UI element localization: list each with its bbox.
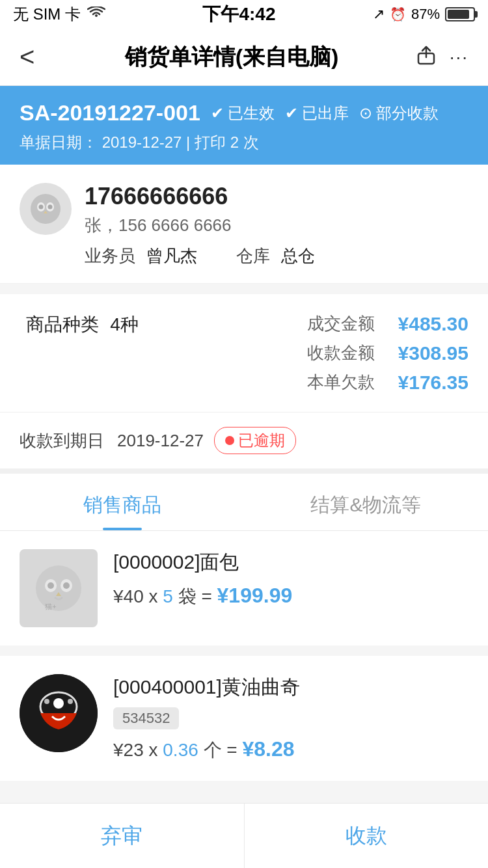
status-right: ↗ ⏰ 87% [373, 6, 475, 23]
svg-point-11 [47, 582, 54, 589]
nav-icons: ··· [416, 44, 468, 70]
back-button[interactable]: < [20, 42, 47, 72]
svg-point-6 [48, 205, 53, 210]
customer-section: 17666666666 张，156 6666 6666 业务员 曾凡杰 仓库 总… [0, 165, 488, 284]
due-section: 收款到期日 2019-12-27 已逾期 [0, 413, 488, 474]
nav-bar: < 销货单详情(来自电脑) ··· [0, 29, 488, 86]
warehouse-meta: 仓库 总仓 [236, 245, 315, 267]
location-icon: ↗ [373, 6, 385, 23]
header-band-top: SA-20191227-001 ✔ 已生效 ✔ 已出库 ⊙ 部分收款 [20, 100, 468, 126]
carrier-label: 无 SIM 卡 [13, 4, 81, 25]
product-name-1: [0000002]面包 [113, 549, 468, 576]
customer-meta: 业务员 曾凡杰 仓库 总仓 [85, 245, 468, 267]
overdue-badge: 已逾期 [214, 427, 296, 454]
bottom-bar: 弃审 收款 [0, 803, 488, 868]
tab-settlement[interactable]: 结算&物流等 [244, 474, 488, 530]
more-icon[interactable]: ··· [450, 47, 468, 68]
status-left: 无 SIM 卡 [13, 4, 105, 25]
confirm-button[interactable]: 收款 [245, 804, 489, 868]
header-band-bottom: 单据日期： 2019-12-27 | 打印 2 次 [20, 132, 468, 153]
svg-point-5 [39, 205, 44, 210]
svg-point-8 [36, 565, 81, 611]
customer-info: 17666666666 张，156 6666 6666 业务员 曾凡杰 仓库 总… [85, 183, 468, 267]
product-item-1: 猫+ [0000002]面包 ¥40 x 5 袋 = ¥199.99 [0, 531, 488, 645]
order-number: SA-20191227-001 [20, 100, 200, 126]
product-sku-2: 534532 [113, 707, 179, 729]
product-list: 猫+ [0000002]面包 ¥40 x 5 袋 = ¥199.99 [0, 531, 488, 781]
check-icon-2: ✔ [285, 104, 298, 122]
product-item-2: [000400001]黄油曲奇 534532 ¥23 x 0.36 个 = ¥8… [0, 656, 488, 781]
battery-indicator [445, 7, 475, 21]
status-badge-3: ⊙ 部分收款 [359, 103, 439, 124]
check-icon-1: ✔ [211, 104, 224, 122]
summary-right: 成交金额 ¥485.30 收款金额 ¥308.95 本单欠款 ¥176.35 [307, 312, 468, 394]
overdue-dot-icon [225, 436, 234, 445]
product-image-1: 猫+ [20, 549, 98, 627]
status-badge-2: ✔ 已出库 [285, 103, 349, 124]
product-image-2 [20, 674, 98, 752]
status-bar: 无 SIM 卡 下午4:42 ↗ ⏰ 87% [0, 0, 488, 29]
sales-meta: 业务员 曾凡杰 [85, 245, 197, 267]
received-row: 收款金额 ¥308.95 [307, 342, 468, 364]
svg-point-19 [68, 699, 73, 704]
svg-point-2 [31, 194, 61, 224]
tab-bar: 销售商品 结算&物流等 [0, 474, 488, 531]
svg-point-12 [63, 582, 70, 589]
header-band: SA-20191227-001 ✔ 已生效 ✔ 已出库 ⊙ 部分收款 单据日期：… [0, 86, 488, 165]
svg-text:猫+: 猫+ [45, 603, 56, 610]
product-name-2: [000400001]黄油曲奇 [113, 674, 468, 701]
tab-sales-products[interactable]: 销售商品 [0, 474, 244, 530]
time-label: 下午4:42 [202, 2, 275, 27]
status-badge-1: ✔ 已生效 [211, 103, 275, 124]
deal-row: 成交金额 ¥485.30 [307, 312, 468, 335]
share-icon[interactable] [416, 44, 437, 70]
product-info-2: [000400001]黄油曲奇 534532 ¥23 x 0.36 个 = ¥8… [113, 674, 468, 763]
summary-section: 商品种类 4种 成交金额 ¥485.30 收款金额 ¥308.95 本单欠款 ¥… [0, 294, 488, 413]
svg-point-18 [44, 699, 49, 704]
cancel-button[interactable]: 弃审 [0, 804, 245, 868]
customer-phone: 17666666666 [85, 183, 468, 210]
avatar [20, 183, 72, 235]
wifi-icon [87, 5, 105, 23]
page-title: 销货单详情(来自电脑) [125, 42, 339, 72]
clock-icon: ⊙ [359, 104, 372, 122]
owed-row: 本单欠款 ¥176.35 [307, 371, 468, 394]
svg-point-17 [53, 698, 64, 709]
battery-label: 87% [411, 6, 440, 23]
summary-left: 商品种类 4种 [20, 312, 139, 337]
alarm-icon: ⏰ [390, 7, 406, 22]
product-price-1: ¥40 x 5 袋 = ¥199.99 [113, 584, 468, 609]
battery-fill [448, 10, 469, 19]
product-info-1: [0000002]面包 ¥40 x 5 袋 = ¥199.99 [113, 549, 468, 609]
product-price-2: ¥23 x 0.36 个 = ¥8.28 [113, 737, 468, 763]
customer-name: 张，156 6666 6666 [85, 214, 468, 237]
